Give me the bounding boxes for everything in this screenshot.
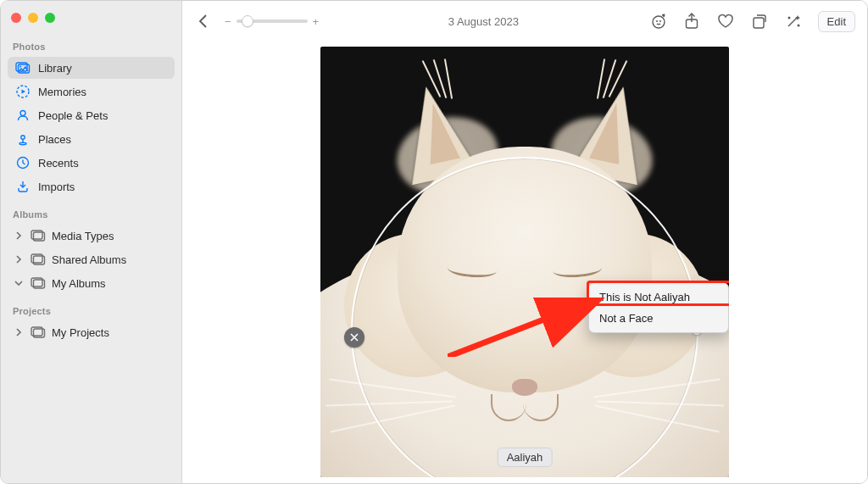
sidebar-item-places[interactable]: Places <box>8 128 175 150</box>
zoom-minus: − <box>225 15 231 28</box>
sidebar-item-label: My Projects <box>52 326 109 339</box>
zoom-thumb[interactable] <box>242 15 253 27</box>
svg-point-18 <box>656 20 658 22</box>
chevron-down-icon <box>14 277 25 290</box>
sidebar-item-library[interactable]: Library <box>8 57 175 79</box>
sidebar-item-label: Library <box>38 62 72 75</box>
sidebar-item-media-types[interactable]: Media Types <box>8 225 175 247</box>
people-icon <box>14 108 31 123</box>
album-icon <box>30 275 47 291</box>
zoom-track[interactable] <box>236 19 308 23</box>
main-content: − + 3 August 2023 E <box>182 1 867 483</box>
face-name-chip[interactable]: Aaliyah <box>498 448 553 467</box>
sidebar: Photos Library Memories People & Pets <box>1 1 182 483</box>
svg-point-17 <box>653 16 665 28</box>
sidebar-item-my-albums[interactable]: My Albums <box>8 272 175 294</box>
sidebar-item-my-projects[interactable]: My Projects <box>8 321 175 343</box>
svg-point-23 <box>798 25 799 26</box>
svg-point-22 <box>788 17 790 19</box>
zoom-slider[interactable]: − + <box>225 15 319 28</box>
rotate-button[interactable] <box>750 12 769 31</box>
sidebar-section-projects: Projects <box>8 303 175 320</box>
sidebar-item-recents[interactable]: Recents <box>8 152 175 174</box>
svg-point-19 <box>659 20 661 22</box>
photo[interactable]: This is Not Aaliyah Not a Face Aaliyah <box>320 47 729 477</box>
photo-date: 3 August 2023 <box>329 15 637 28</box>
sidebar-item-label: Imports <box>38 181 75 193</box>
face-context-menu: This is Not Aaliyah Not a Face <box>588 282 729 333</box>
favorite-button[interactable] <box>716 12 735 31</box>
recents-icon <box>14 155 31 170</box>
zoom-window-button[interactable] <box>45 13 55 23</box>
album-icon <box>30 228 47 243</box>
sidebar-item-label: Media Types <box>52 230 114 242</box>
share-button[interactable] <box>682 12 701 31</box>
album-icon <box>30 252 47 267</box>
svg-point-6 <box>21 136 25 139</box>
sidebar-item-label: My Albums <box>52 277 106 290</box>
minimize-window-button[interactable] <box>28 13 38 23</box>
menu-item-not-face[interactable]: Not a Face <box>593 308 725 329</box>
places-icon <box>14 131 31 147</box>
sidebar-item-label: Recents <box>38 157 79 170</box>
svg-point-2 <box>19 66 21 68</box>
zoom-plus: + <box>313 15 320 28</box>
chevron-right-icon <box>14 230 25 242</box>
svg-rect-21 <box>754 18 764 28</box>
edit-button[interactable]: Edit <box>818 11 855 32</box>
remove-face-button[interactable] <box>344 327 364 348</box>
sidebar-item-label: People & Pets <box>38 109 108 122</box>
sidebar-item-label: Shared Albums <box>52 253 126 266</box>
sidebar-item-label: Memories <box>38 86 86 98</box>
memories-icon <box>14 84 31 99</box>
back-button[interactable] <box>194 12 213 31</box>
svg-point-5 <box>20 111 25 116</box>
sidebar-item-label: Places <box>38 133 71 146</box>
library-icon <box>14 60 31 75</box>
menu-item-not-person[interactable]: This is Not Aaliyah <box>593 287 725 308</box>
auto-enhance-button[interactable] <box>784 12 803 31</box>
chevron-right-icon <box>14 326 25 339</box>
svg-marker-4 <box>22 90 26 94</box>
svg-point-7 <box>19 142 26 144</box>
toolbar: − + 3 August 2023 E <box>182 1 867 42</box>
sidebar-item-people-pets[interactable]: People & Pets <box>8 104 175 126</box>
window-controls <box>8 9 175 36</box>
close-window-button[interactable] <box>11 13 21 23</box>
sidebar-section-albums: Albums <box>8 206 175 223</box>
sidebar-item-memories[interactable]: Memories <box>8 81 175 103</box>
chevron-right-icon <box>14 253 25 266</box>
sidebar-section-photos: Photos <box>8 38 175 55</box>
album-icon <box>30 325 47 340</box>
sidebar-item-shared-albums[interactable]: Shared Albums <box>8 248 175 270</box>
imports-icon <box>14 179 31 194</box>
pet-button[interactable] <box>648 12 667 31</box>
photo-viewer: This is Not Aaliyah Not a Face Aaliyah <box>182 42 867 483</box>
sidebar-item-imports[interactable]: Imports <box>8 175 175 197</box>
